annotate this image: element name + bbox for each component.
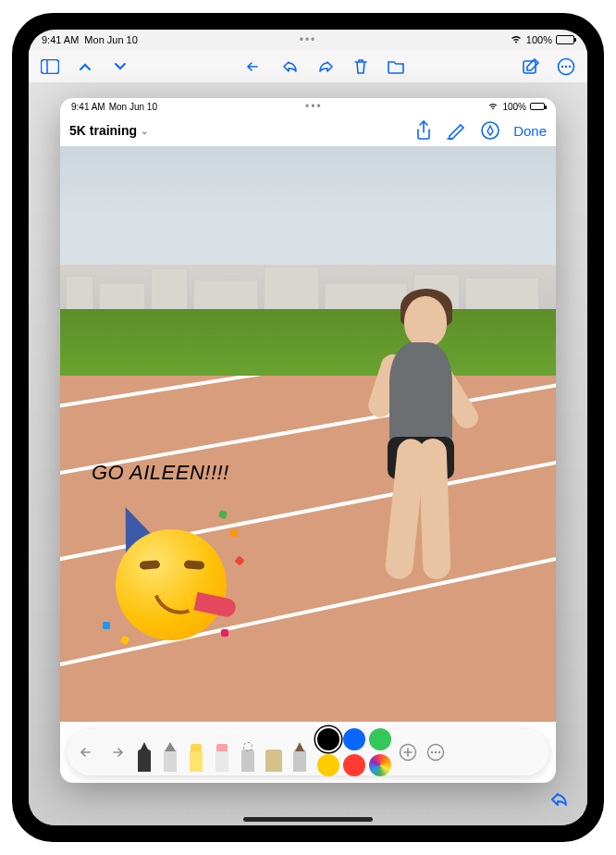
sheet-battery-icon [530,103,545,110]
pen-tool[interactable] [132,737,156,772]
sheet-wifi-icon [487,102,499,112]
svg-point-6 [569,65,571,67]
svg-point-5 [565,65,567,67]
color-swatch-green[interactable] [369,728,391,750]
svg-point-4 [561,65,563,67]
wifi-icon [510,34,523,45]
device-frame: 9:41 AM Mon Jun 10 ••• 100% [12,13,604,842]
battery-percent: 100% [526,34,552,45]
chevron-up-icon[interactable] [75,56,95,77]
svg-point-11 [435,751,437,753]
folder-icon[interactable] [386,56,406,77]
trash-icon[interactable] [351,56,371,77]
color-swatch-black[interactable] [317,728,339,750]
reply-corner-icon[interactable] [548,790,571,812]
home-indicator[interactable] [243,817,373,822]
share-icon[interactable] [413,120,434,141]
plus-icon[interactable] [397,741,419,763]
color-swatch-yellow[interactable] [317,754,339,776]
colorwheel-icon[interactable] [369,754,391,776]
pen-settings-icon[interactable] [480,120,500,141]
svg-point-10 [431,751,433,753]
more-icon[interactable] [556,56,576,77]
sheet-status-date: Mon Jun 10 [109,102,157,112]
photo-canvas[interactable]: GO AILEEN!!!! [60,146,556,722]
color-swatch-red[interactable] [343,754,365,776]
color-palette [317,728,391,776]
mail-toolbar [29,50,587,83]
chevron-down-icon[interactable] [110,56,130,77]
subject-dropdown[interactable]: 5K training ⌄ [69,123,148,138]
compose-icon[interactable] [521,56,541,77]
markup-icon[interactable] [447,120,467,141]
forward-icon[interactable] [315,56,336,77]
reply-icon[interactable] [280,56,301,77]
sheet-battery-percent: 100% [502,102,526,112]
photo-runner [347,268,495,601]
done-button[interactable]: Done [513,123,547,139]
sheet-status-time: 9:41 AM [71,102,105,112]
undo-icon[interactable] [245,56,265,77]
svg-rect-0 [42,59,59,73]
color-swatch-blue[interactable] [343,728,365,750]
sheet-status-bar: 9:41 AM Mon Jun 10 ••• 100% [60,98,556,115]
redo-markup-icon[interactable] [105,741,127,763]
svg-point-12 [438,751,440,753]
annotation-text[interactable]: GO AILEEN!!!! [92,461,229,485]
markup-toolbar [68,729,548,775]
sheet-multitask-dots-icon[interactable]: ••• [305,100,323,113]
marker-tool[interactable] [158,737,182,772]
subject-label: 5K training [69,123,137,138]
multitask-dots-icon[interactable]: ••• [300,33,317,46]
markup-sheet: 9:41 AM Mon Jun 10 ••• 100% 5K training … [60,98,556,783]
more-markup-icon[interactable] [425,741,447,763]
status-time: 9:41 AM [42,34,79,45]
lasso-tool[interactable] [236,737,260,772]
ruler-tool[interactable] [262,737,286,772]
sidebar-icon[interactable] [40,56,60,77]
battery-icon [556,35,574,44]
annotation-emoji[interactable] [101,502,243,644]
outer-status-bar: 9:41 AM Mon Jun 10 ••• 100% [29,30,587,50]
pencil-tool[interactable] [288,737,312,772]
undo-markup-icon[interactable] [77,741,99,763]
markup-tools [132,733,312,772]
screen: 9:41 AM Mon Jun 10 ••• 100% [29,30,587,825]
chevron-down-icon: ⌄ [141,126,148,136]
highlighter-tool[interactable] [184,737,208,772]
sheet-header: 5K training ⌄ Done [60,115,556,146]
status-date: Mon Jun 10 [84,34,137,45]
eraser-tool[interactable] [210,737,234,772]
